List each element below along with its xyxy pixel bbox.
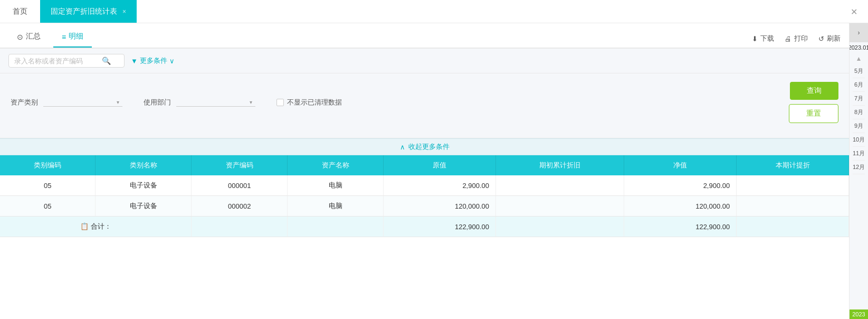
month-btn[interactable]: 9月 [853,119,865,133]
month-btn[interactable]: 10月 [853,133,865,147]
chevron-right-icon: › [858,29,860,36]
department-label: 使用部门 [144,98,171,107]
download-label: 下载 [760,34,774,43]
close-tab-icon[interactable]: × [122,8,126,15]
cell-cat-name: 电子设备 [96,175,192,196]
total-row: 📋合计： 122,900.00 122,900.00 [0,217,849,237]
main-tab[interactable]: 固定资产折旧统计表 × [40,0,137,23]
month-btn[interactable]: 8月 [853,106,865,119]
home-tab[interactable]: 首页 [0,0,40,23]
asset-type-filter: 资产类别 ▾ [11,98,122,107]
print-icon: 🖨 [785,35,791,43]
collapse-label: 收起更多条件 [408,142,450,152]
col-asset-code: 资产编码 [192,155,288,175]
cell-asset-code: 000001 [192,175,288,196]
cell-net-value: 2,900.00 [624,175,737,196]
download-button[interactable]: ⬇ 下载 [752,34,774,43]
cell-accum-dep [496,196,624,217]
main-tab-label: 固定资产折旧统计表 [51,7,117,16]
print-label: 打印 [794,34,808,43]
print-button[interactable]: 🖨 打印 [785,34,808,43]
col-net-value: 净值 [624,155,737,175]
search-input-wrapper: 🔍 [8,54,125,68]
cell-current-dep [737,196,849,217]
cell-cat-code: 05 [0,175,96,196]
right-sidebar: › 2023.01 ▲ 5月6月7月8月9月10月11月12月 2023 [849,23,868,319]
window-close-icon[interactable]: ✕ [851,6,857,16]
month-btn[interactable]: 11月 [853,147,865,161]
reset-button[interactable]: 重置 [789,104,838,123]
filter-panel: 资产类别 ▾ 使用部门 ▾ 不显示已清理数据 [0,73,849,138]
total-current-dep [737,217,849,237]
collapse-conditions-btn[interactable]: ∧ 收起更多条件 [0,138,849,155]
cell-asset-name: 电脑 [288,175,384,196]
col-accum-dep: 期初累计折旧 [496,155,624,175]
more-conditions-btn[interactable]: ▼ 更多条件 ∨ [131,56,175,65]
total-empty2 [288,217,384,237]
month-btn[interactable]: 5月 [853,64,865,78]
main-content: ⊙ 汇总 ≡ 明细 ⬇ 下载 🖨 打印 ↺ 刷 [0,23,868,319]
refresh-icon: ↺ [818,35,824,43]
sub-tabs-right: ⬇ 下载 🖨 打印 ↺ 刷新 [752,34,841,48]
col-category-code: 类别编码 [0,155,96,175]
cell-asset-name: 电脑 [288,196,384,217]
department-arrow-icon: ▾ [250,99,252,105]
cell-current-dep [737,175,849,196]
refresh-label: 刷新 [827,34,841,43]
month-btn[interactable]: 12月 [853,161,865,174]
table-row: 05 电子设备 000001 电脑 2,900.00 2,900.00 [0,175,849,196]
asset-type-label: 资产类别 [11,98,38,107]
table-header-row: 类别编码 类别名称 资产编码 资产名称 原值 期初累计折旧 净值 本期计提折 [0,155,849,175]
tab-detail-label: 明细 [69,32,83,41]
data-table: 类别编码 类别名称 资产编码 资产名称 原值 期初累计折旧 净值 本期计提折 0… [0,155,849,237]
asset-type-arrow-icon: ▾ [117,99,119,105]
sub-tabs-left: ⊙ 汇总 ≡ 明细 [8,23,92,48]
col-category-name: 类别名称 [96,155,192,175]
tab-detail[interactable]: ≡ 明细 [53,23,92,48]
hide-cleared-checkbox[interactable] [276,99,284,106]
data-table-wrapper: 类别编码 类别名称 资产编码 资产名称 原值 期初累计折旧 净值 本期计提折 0… [0,155,849,319]
summary-icon: ⊙ [17,33,23,41]
detail-icon: ≡ [62,33,66,41]
hide-cleared-filter: 不显示已清理数据 [276,98,342,107]
left-panel: ⊙ 汇总 ≡ 明细 ⬇ 下载 🖨 打印 ↺ 刷 [0,23,849,319]
cell-original: 120,000.00 [384,196,496,217]
month-btn[interactable]: 7月 [853,92,865,106]
department-filter: 使用部门 ▾ [144,98,255,107]
month-btn[interactable]: 6月 [853,78,865,92]
col-asset-name: 资产名称 [288,155,384,175]
filter-actions: 查询 重置 [789,82,838,123]
more-conditions-label: 更多条件 [140,56,167,65]
total-empty1 [192,217,288,237]
query-button[interactable]: 查询 [790,82,838,100]
asset-type-select[interactable]: ▾ [43,98,122,107]
total-original: 122,900.00 [384,217,496,237]
download-icon: ⬇ [752,35,758,43]
col-original-value: 原值 [384,155,496,175]
year-display: 2023.01 [849,42,868,53]
tab-summary-label: 汇总 [26,32,41,41]
filter-icon: ▼ [131,57,138,65]
sub-tabs-bar: ⊙ 汇总 ≡ 明细 ⬇ 下载 🖨 打印 ↺ 刷 [0,23,849,49]
year-badge: 2023 [850,309,868,319]
total-icon: 📋 [80,222,89,230]
cell-accum-dep [496,175,624,196]
cell-net-value: 120,000.00 [624,196,737,217]
total-label: 📋合计： [0,217,192,237]
cell-asset-code: 000002 [192,196,288,217]
cell-original: 2,900.00 [384,175,496,196]
col-current-dep: 本期计提折 [737,155,849,175]
chevron-down-icon: ∨ [169,57,175,65]
department-select[interactable]: ▾ [176,98,255,107]
tab-summary[interactable]: ⊙ 汇总 [8,23,49,48]
filter-row: 资产类别 ▾ 使用部门 ▾ 不显示已清理数据 [11,82,838,123]
refresh-button[interactable]: ↺ 刷新 [818,34,841,43]
sidebar-scroll-up-icon[interactable]: ▲ [850,53,868,64]
top-nav: 首页 固定资产折旧统计表 × ✕ [0,0,868,23]
sidebar-expand-btn[interactable]: › [850,23,868,42]
search-icon[interactable]: 🔍 [102,57,111,65]
total-net-value: 122,900.00 [624,217,737,237]
month-list: 5月6月7月8月9月10月11月12月 [853,64,865,174]
search-input[interactable] [14,57,99,65]
cell-cat-code: 05 [0,196,96,217]
